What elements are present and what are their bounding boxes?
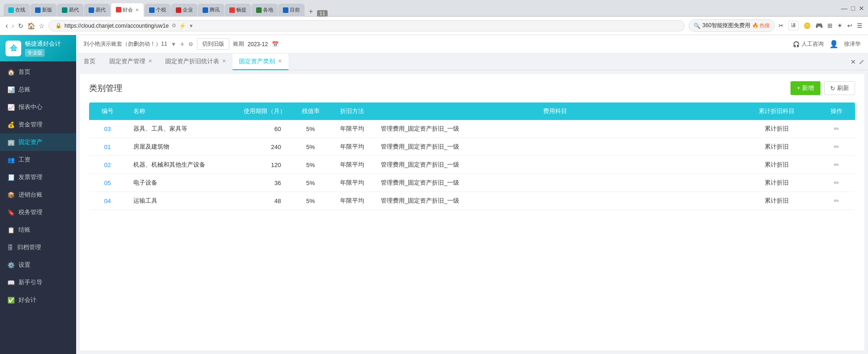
translate-icon[interactable]: 译 [788,21,799,30]
service-label[interactable]: 🎧 人工咨询 [793,40,824,48]
coin-icon[interactable]: 🪙 [803,22,811,29]
tab-close-category[interactable]: ✕ [278,58,282,64]
tab-close-btn[interactable]: ✕ [135,7,139,12]
cut-icon[interactable]: ✂ [778,22,784,29]
calendar-icon[interactable]: 📅 [272,41,279,48]
sidebar-label-settlement: 结账 [18,226,30,234]
tab-close-depreciation[interactable]: ✕ [222,58,226,64]
th-rate: 残值率 [292,102,329,120]
sidebar-label-fixed-assets: 固定资产 [18,138,42,146]
back-button[interactable]: ‹ [6,22,8,30]
maximize-panel-button[interactable]: ⤢ [859,58,864,66]
sidebar-item-guide[interactable]: 📖 新手引导 [0,274,76,291]
cell-code[interactable]: 02 [89,156,126,174]
tab-depreciation-stats[interactable]: 固定资产折旧统计表 ✕ [159,54,233,70]
browser-tab-zaixin[interactable]: 在线 [4,4,30,17]
close-panel-button[interactable]: ✕ [850,58,856,66]
sidebar-item-settings[interactable]: ⚙️ 设置 [0,256,76,274]
refresh-button[interactable]: ↻ 刷新 [824,81,855,95]
browser-tab-yidai2[interactable]: 易代 [84,4,110,17]
add-account-icon[interactable]: + [180,40,184,48]
home-button[interactable]: 🏠 [27,22,35,30]
grid-icon[interactable]: ⊞ [827,22,832,29]
sidebar-item-fixed-assets[interactable]: 🏢 固定资产 [0,133,76,151]
sidebar-item-home[interactable]: 🏠 首页 [0,63,76,81]
close-icon[interactable]: ✕ [859,5,864,12]
cell-period: 240 [237,138,292,156]
url-input-box[interactable]: 🔒 https://cloud.chanjet.com/accounting/u… [48,20,685,31]
cell-expense: 管理费用_固定资产折旧_一级 [375,174,735,192]
edit-button[interactable]: ✏ [834,161,839,168]
table-row: 04 运输工具 48 5% 年限平均 管理费用_固定资产折旧_一级 累计折旧 ✏ [89,192,855,210]
headset-icon: 🎧 [793,41,800,48]
edit-button[interactable]: ✏ [834,179,839,186]
brightness-icon[interactable]: ☀ [837,22,843,29]
browser-tab-haohui[interactable]: 好会 ✕ [111,3,144,17]
sidebar-item-tax[interactable]: 🔖 税务管理 [0,204,76,221]
sidebar-item-funds[interactable]: 💰 资金管理 [0,116,76,133]
sidebar-label-settings: 设置 [18,261,30,269]
reload-button[interactable]: ↻ [18,22,24,30]
cell-code[interactable]: 03 [89,120,126,138]
menu-icon[interactable]: ☰ [857,22,862,29]
cell-action: ✏ [818,120,855,138]
th-expense: 费用科目 [375,102,735,120]
sidebar-item-archive[interactable]: 🗄 归档管理 [0,239,76,256]
cell-name: 房屋及建筑物 [126,138,237,156]
minimize-icon[interactable]: — [841,5,848,12]
forward-button[interactable]: › [12,22,14,30]
tab-asset-category[interactable]: 固定资产类别 ✕ [233,54,288,70]
new-tab-button[interactable]: + [305,6,317,17]
tab-bar: 在线 新版 易代 易代 好会 ✕ 个税 企业 腾讯 [4,0,840,17]
sidebar-item-inventory[interactable]: 📦 进销台账 [0,186,76,204]
cell-rate: 5% [292,156,329,174]
page-header: 类别管理 + 新增 ↻ 刷新 [89,81,855,95]
sidebar-item-haokuaiji[interactable]: ✅ 好会计 [0,291,76,309]
edit-button[interactable]: ✏ [834,143,839,150]
browser-tab-yidai1[interactable]: 易代 [57,4,84,17]
add-category-button[interactable]: + 新增 [790,81,820,95]
browser-tab-xinban[interactable]: 新版 [30,4,57,17]
browser-tab-geshui[interactable]: 个税 [144,4,171,17]
tab-asset-category-label: 固定资产类别 [239,57,275,66]
sidebar-item-reports[interactable]: 📈 报表中心 [0,98,76,116]
switch-version-button[interactable]: 切到旧版 [197,38,229,50]
tax-icon: 🔖 [7,209,15,216]
bookmark-button[interactable]: ☆ [39,22,45,30]
sidebar-item-settlement[interactable]: 📋 结账 [0,221,76,239]
undo-icon[interactable]: ↩ [847,22,852,29]
settlement-icon: 📋 [7,227,15,234]
tab-close-fixed-asset[interactable]: ✕ [148,58,152,64]
browser-tab-gedi[interactable]: 各地 [251,4,278,17]
cell-method: 年限平均 [329,138,375,156]
ledger-icon: 📊 [7,86,15,93]
sidebar-item-payroll[interactable]: 👥 工资 [0,151,76,168]
expand-icon[interactable]: ▼ [171,41,176,48]
maximize-icon[interactable]: □ [851,5,855,12]
tab-fixed-asset-mgmt[interactable]: 固定资产管理 ✕ [103,54,159,70]
cell-code[interactable]: 05 [89,174,126,192]
dropdown-icon[interactable]: ▼ [189,23,194,29]
cell-accum: 累计折旧 [735,156,818,174]
cell-method: 年限平均 [329,174,375,192]
tab-home[interactable]: 首页 [76,54,103,70]
browser-tab-tengxun[interactable]: 腾讯 [198,4,224,17]
sidebar-item-ledger[interactable]: 📊 总账 [0,81,76,98]
sidebar-label-guide: 新手引导 [18,278,42,287]
user-name: 刘小艳演示账套（勿删勿动！）11 [84,40,167,48]
tab-nav: 首页 固定资产管理 ✕ 固定资产折旧统计表 ✕ 固定资产类别 ✕ ✕ ⤢ [76,54,868,70]
game-icon[interactable]: 🎮 [815,22,823,29]
browser-tab-changtui[interactable]: 畅提 [225,4,251,17]
edit-button[interactable]: ✏ [834,197,839,204]
edit-button[interactable]: ✏ [834,125,839,132]
secure-icon: 🔒 [55,23,62,29]
sidebar-item-invoice[interactable]: 🧾 发票管理 [0,168,76,186]
browser-tab-qiye[interactable]: 企业 [171,4,198,17]
topbar-right: 🎧 人工咨询 👤 徐泽华 [793,40,861,48]
cell-code[interactable]: 04 [89,192,126,210]
cell-code[interactable]: 01 [89,138,126,156]
browser-tab-muqian[interactable]: 目前 [278,4,305,17]
logo-text-container: 畅捷通好会计 专业版 [25,40,61,57]
cell-method: 年限平均 [329,156,375,174]
settings-gear-icon[interactable]: ⚙ [188,41,193,48]
